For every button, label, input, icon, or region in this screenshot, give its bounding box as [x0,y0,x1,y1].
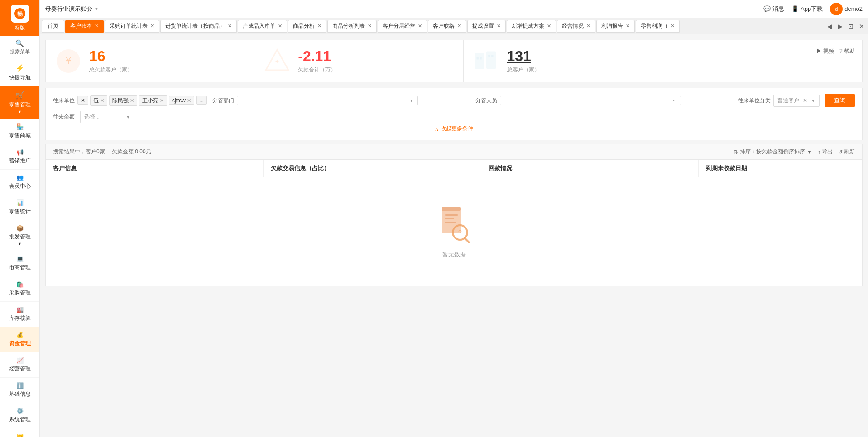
message-icon: 💬 [763,5,771,12]
svg-rect-14 [445,214,458,216]
video-btn[interactable]: ▶ 视频 [816,48,834,55]
tab-prev-btn[interactable]: ◀ [825,22,834,31]
stat-value-total-customers: 131 [507,48,540,64]
close-tab-inbound-stats[interactable]: ✕ [228,23,232,29]
sidebar-item-retail-stats[interactable]: 📊 零售统计 [0,195,39,220]
tab-raise-settings[interactable]: 提成设置 ✕ [467,20,506,33]
sidebar-item-retail-mgmt[interactable]: 🛒 零售管理 ▼ [0,86,39,119]
svg-rect-11 [491,55,493,57]
tab-inbound-stats[interactable]: 进货单统计表（按商品） ✕ [160,20,237,33]
close-tab-purchase-order[interactable]: ✕ [150,23,154,29]
table-container: 客户信息 欠款交易信息（占比） 回款情况 到期未收款日期 [45,159,863,286]
close-tab-profit-report[interactable]: ✕ [626,23,630,29]
tabbar-controls: ◀ ▶ ⊡ ✕ [825,22,866,31]
svg-rect-10 [488,55,490,57]
dept-select[interactable]: ▼ [237,96,418,105]
stat-card-actions: ▶ 视频 ? 帮助 [816,48,855,55]
remove-tag-wang[interactable]: ✕ [160,98,164,104]
close-tab-customer-contact[interactable]: ✕ [457,23,461,29]
remove-tag-chen[interactable]: ✕ [130,98,134,104]
person-arrow: ··· [673,98,676,103]
close-tab-add-raise[interactable]: ✕ [547,23,551,29]
close-tab-raise-settings[interactable]: ✕ [497,23,501,29]
logo[interactable]: 畅 标版 [0,0,39,36]
close-tab-customer-tier[interactable]: ✕ [418,23,422,29]
search-result-bar: 搜索结果中，客户0家 欠款金额 0.00元 ⇅ 排序：按欠款金额倒序排序 ▼ ↑… [45,144,863,159]
close-tab-product-analysis-list[interactable]: ✕ [368,23,372,29]
topbar: 母婴行业演示账套 ▼ 💬 消息 📱 App下载 d demo2 [40,0,868,18]
tab-close-all-btn[interactable]: ✕ [857,22,866,31]
stat-card-debt-amount: ✦ -2.11 欠款合计（万） [254,40,463,82]
person-filter: 分管人员 ··· [475,96,733,105]
sidebar-item-system-mgmt[interactable]: ⚙️ 系统管理 [0,403,39,428]
svg-rect-16 [445,222,456,223]
app-download-btn[interactable]: 📱 App下载 [791,5,823,13]
close-tab-customer-account[interactable]: ✕ [95,23,99,29]
sidebar-item-wholesale-mgmt[interactable]: 📦 批发管理 ▼ [0,220,39,251]
person-select[interactable]: ··· [500,96,681,105]
svg-rect-13 [442,207,461,211]
filter-row-2: 往来余额 选择... ▼ [53,111,855,123]
sidebar-item-retail-mall[interactable]: 🏪 零售商城 [0,119,39,144]
tab-customer-tier[interactable]: 客户分层经营 ✕ [378,20,427,33]
tab-home[interactable]: 首页 [42,20,64,33]
stat-info-debt-customers: 16 总欠款客户（家） [89,48,133,74]
unit-label: 往来单位 [53,97,75,104]
topbar-right: 💬 消息 📱 App下载 d demo2 [763,3,863,15]
sidebar-item-basic-info[interactable]: ℹ️ 基础信息 [0,378,39,403]
tab-maximize-btn[interactable]: ⊡ [846,22,855,31]
remove-tag-cjttcw[interactable]: ✕ [187,98,191,104]
tab-product-analysis[interactable]: 商品分析 ✕ [288,20,326,33]
stats-row: ¥ 16 总欠款客户（家） ✦ -2.11 欠款合计 [45,40,863,82]
total-customers-icon [473,48,500,75]
remove-tag-wu[interactable]: ✕ [100,98,104,104]
tab-retail-profit[interactable]: 零售利润（ ✕ [636,20,680,33]
tab-profit-report[interactable]: 利润报告 ✕ [596,20,635,33]
query-button[interactable]: 查询 [825,94,855,107]
message-btn[interactable]: 💬 消息 [763,5,784,13]
unit-type-select[interactable]: 普通客户 ✕ ▼ [773,95,820,107]
account-arrow: ▼ [94,6,99,11]
th-customer-info: 客户信息 [46,160,264,177]
sidebar: 畅 标版 🔍 搜索菜单 ⚡ 快捷导航 🛒 零售管理 ▼ 🏪 零售商城 📢 营销推… [0,0,40,437]
sidebar-item-finance[interactable]: 💰 资金管理 [0,327,39,352]
tab-add-raise[interactable]: 新增提成方案 ✕ [507,20,556,33]
account-label: 母婴行业演示账套 [45,5,92,13]
svg-text:?: ? [458,229,462,236]
tab-cost-inbound[interactable]: 产成品入库单 ✕ [238,20,287,33]
tab-operations[interactable]: 经营情况 ✕ [557,20,595,33]
th-overdue-date: 到期未收款日期 [699,160,862,177]
user-menu[interactable]: d demo2 [830,3,863,15]
remove-unit-type[interactable]: ✕ [803,97,807,104]
unit-type-filter: 往来单位分类 普通客户 ✕ ▼ [738,95,820,107]
balance-arrow: ▼ [126,114,130,119]
tab-next-btn[interactable]: ▶ [836,22,844,31]
collapse-btn[interactable]: ∧ 收起更多条件 [53,123,855,134]
logo-text: 标版 [3,24,37,31]
refresh-button[interactable]: ↺ 刷新 [838,148,855,156]
export-button[interactable]: ↑ 导出 [818,148,833,156]
account-selector[interactable]: 母婴行业演示账套 ▼ [45,5,99,13]
tab-purchase-order[interactable]: 采购订单统计表 ✕ [105,20,159,33]
sidebar-item-purchase-mgmt[interactable]: 🛍️ 采购管理 [0,276,39,302]
sidebar-item-ecommerce[interactable]: 💻 电商管理 [0,251,39,276]
sidebar-item-member-center[interactable]: 👥 会员中心 [0,170,39,195]
help-btn[interactable]: ? 帮助 [839,48,855,55]
close-tab-cost-inbound[interactable]: ✕ [278,23,282,29]
sidebar-item-marketing[interactable]: 📢 营销推广 [0,144,39,170]
tab-customer-contact[interactable]: 客户联络 ✕ [428,20,466,33]
close-tab-retail-profit[interactable]: ✕ [671,23,675,29]
sidebar-item-enterprise[interactable]: 🤝 企业协同 [0,428,39,437]
sort-button[interactable]: ⇅ 排序：按欠款金额倒序排序 ▼ [734,148,812,156]
unit-tag-more[interactable]: ... [196,96,207,105]
tab-product-analysis-list[interactable]: 商品分析列表 ✕ [327,20,377,33]
sidebar-item-inventory[interactable]: 🏭 库存核算 [0,302,39,327]
sidebar-item-operations-mgmt[interactable]: 📈 经营管理 [0,352,39,378]
sidebar-search[interactable]: 🔍 搜索菜单 [0,36,39,59]
sidebar-item-quick-nav[interactable]: ⚡ 快捷导航 [0,59,39,86]
tab-customer-account[interactable]: 客户账本 ✕ [65,20,104,33]
close-tab-product-analysis[interactable]: ✕ [317,23,321,29]
stat-info-total-customers: 131 总客户（家） [507,48,540,74]
balance-select[interactable]: 选择... ▼ [80,111,134,123]
close-tab-operations[interactable]: ✕ [586,23,590,29]
